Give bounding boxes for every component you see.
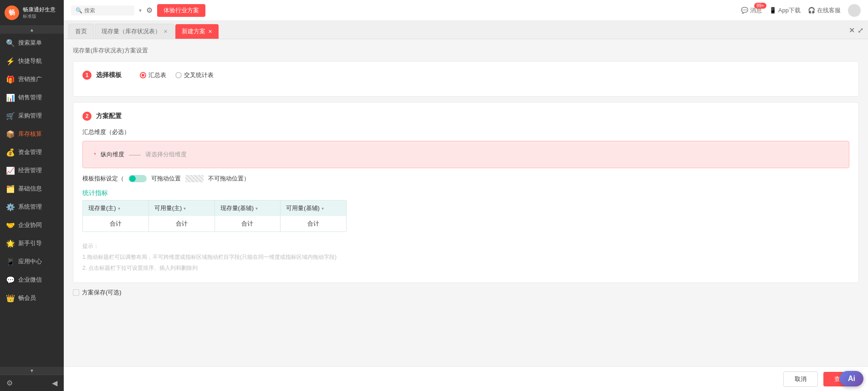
app-download-label: App下载 (778, 6, 801, 15)
sidebar-item-cooperation[interactable]: 🤝 企业协同 (0, 216, 64, 234)
sidebar-scroll-down[interactable]: ▼ (0, 367, 64, 375)
stats-col-header-0[interactable]: 现存量(主) ▾ (83, 201, 149, 216)
main-area: 🔍 ▾ ⚙ 体验行业方案 💬 消息 99+ 📱 App下载 🎧 在线客服 (64, 0, 868, 391)
basic-info-icon: 🗂️ (6, 185, 15, 193)
ai-fab-button[interactable]: Ai (840, 371, 863, 386)
tab-home-label: 首页 (75, 27, 87, 36)
sidebar-item-wechat[interactable]: 💬 企业微信 (0, 271, 64, 289)
tabbar: 首页 现存量（库存状况表） ✕ 新建方案 ✕ ✕ ⤢ (64, 21, 868, 39)
message-badge: 99+ (754, 3, 766, 9)
page-title: 现存量(库存状况表)方案设置 (73, 46, 859, 55)
headset-icon: 🎧 (808, 7, 815, 14)
cancel-button[interactable]: 取消 (783, 371, 818, 387)
sidebar-item-label: 采购管理 (18, 112, 42, 120)
inventory-icon: 📦 (6, 130, 15, 138)
col-1-chevron-icon: ▾ (184, 206, 186, 211)
draggable-indicator[interactable] (128, 175, 147, 182)
tab-new-close-icon[interactable]: ✕ (208, 29, 212, 35)
stats-col-header-2[interactable]: 现存量(基辅) ▾ (215, 201, 281, 216)
radio-cross-label: 交叉统计表 (184, 71, 214, 79)
sidebar-item-search-menu[interactable]: 🔍 搜索菜单 (0, 34, 64, 52)
stats-col-header-3[interactable]: 可用量(基辅) ▾ (281, 201, 346, 216)
save-checkbox[interactable] (73, 289, 79, 296)
search-menu-icon: 🔍 (6, 39, 15, 47)
search-input[interactable] (84, 7, 130, 14)
sidebar-item-newbie[interactable]: 🌟 新手引导 (0, 234, 64, 252)
indicator-knob (129, 175, 136, 182)
sidebar-item-finance[interactable]: 💰 资金管理 (0, 143, 64, 161)
sidebar-item-label: 库存核算 (18, 130, 42, 138)
newbie-icon: 🌟 (6, 239, 15, 247)
sidebar-item-basic-info[interactable]: 🗂️ 基础信息 (0, 180, 64, 198)
sidebar-item-member[interactable]: 👑 畅会员 (0, 289, 64, 307)
business-icon: 📈 (6, 166, 15, 175)
radio-summary[interactable]: 汇总表 (140, 71, 166, 79)
tab-inventory-close-icon[interactable]: ✕ (163, 29, 168, 35)
sidebar: 畅 畅康通好生意 标准版 ▲ 🔍 搜索菜单 ⚡ 快捷导航 🎁 营销推广 📊 销售… (0, 0, 64, 391)
draggable-label: 可拖动位置 (151, 175, 181, 183)
collapse-icon[interactable]: ◀ (52, 379, 57, 387)
stats-table-body: 合计 合计 合计 合计 (83, 216, 346, 232)
sidebar-logo: 畅 畅康通好生意 标准版 (0, 0, 64, 26)
avatar[interactable] (848, 4, 861, 17)
save-row: 方案保存(可选) (73, 288, 859, 297)
stats-col-cell-0: 合计 (83, 216, 149, 232)
sidebar-items: 🔍 搜索菜单 ⚡ 快捷导航 🎁 营销推广 📊 销售管理 🛒 采购管理 📦 库存核… (0, 34, 64, 367)
sidebar-item-quick-nav[interactable]: ⚡ 快捷导航 (0, 52, 64, 70)
sidebar-item-app-center[interactable]: 📱 应用中心 (0, 252, 64, 271)
step2-title: 方案配置 (96, 112, 122, 120)
sidebar-item-sales[interactable]: 📊 销售管理 (0, 88, 64, 107)
step1-header: 1 选择模板 汇总表 交叉统计表 (82, 71, 849, 80)
sidebar-item-label: 经营管理 (18, 166, 42, 175)
save-label: 方案保存(可选) (82, 288, 122, 297)
app-download-icon: 📱 (769, 7, 776, 14)
sidebar-item-label: 销售管理 (18, 93, 42, 102)
sidebar-item-label: 营销推广 (18, 75, 42, 83)
stats-table: 现存量(主) ▾ 可用量(主) ▾ 现存量(基辅) ▾ 可用量(基辅) ▾ (82, 200, 347, 232)
step2-header: 2 方案配置 (82, 112, 849, 121)
sidebar-item-label: 新手引导 (18, 239, 42, 247)
tab-inventory-label: 现存量（库存状况表） (102, 27, 161, 36)
step1-number: 1 (82, 71, 92, 80)
sidebar-item-inventory[interactable]: 📦 库存核算 (0, 125, 64, 143)
stats-table-header: 现存量(主) ▾ 可用量(主) ▾ 现存量(基辅) ▾ 可用量(基辅) ▾ (83, 201, 346, 216)
marketing-icon: 🎁 (6, 75, 15, 83)
customer-service-label: 在线客服 (817, 6, 841, 15)
stats-col-header-1[interactable]: 可用量(主) ▾ (149, 201, 215, 216)
radio-cross[interactable]: 交叉统计表 (175, 71, 214, 79)
tab-close-button[interactable]: ✕ (849, 26, 855, 34)
sidebar-item-marketing[interactable]: 🎁 营销推广 (0, 70, 64, 88)
tab-inventory-status[interactable]: 现存量（库存状况表） ✕ (95, 24, 174, 39)
sidebar-item-system[interactable]: ⚙️ 系统管理 (0, 198, 64, 216)
col-2-chevron-icon: ▾ (255, 206, 258, 211)
sidebar-item-purchase[interactable]: 🛒 采购管理 (0, 107, 64, 125)
search-chevron-icon[interactable]: ▾ (139, 7, 142, 14)
sidebar-scroll-up[interactable]: ▲ (0, 26, 64, 34)
dimension-box[interactable]: * 纵向维度 —— 请选择分组维度 (82, 141, 849, 168)
sidebar-item-label: 企业微信 (18, 276, 42, 284)
topbar-settings-icon[interactable]: ⚙ (146, 6, 153, 15)
non-draggable-indicator (185, 175, 204, 182)
sidebar-item-label: 搜索菜单 (18, 39, 42, 47)
member-icon: 👑 (6, 294, 15, 302)
customer-service-button[interactable]: 🎧 在线客服 (808, 6, 841, 15)
stats-section-label: 统计指标 (82, 189, 849, 197)
app-download-button[interactable]: 📱 App下载 (769, 6, 801, 15)
stats-col-cell-3: 合计 (281, 216, 346, 232)
trial-button[interactable]: 体验行业方案 (157, 4, 205, 17)
stats-col-cell-1: 合计 (149, 216, 215, 232)
app-name: 畅康通好生意 (23, 6, 56, 14)
tab-new-scheme[interactable]: 新建方案 ✕ (175, 24, 219, 39)
stats-col-0-label: 现存量(主) (88, 204, 116, 212)
tab-expand-button[interactable]: ⤢ (858, 26, 863, 34)
settings-icon[interactable]: ⚙ (6, 379, 13, 387)
dimension-required-mark: * (94, 151, 96, 158)
quick-nav-icon: ⚡ (6, 57, 15, 65)
col-3-chevron-icon: ▾ (322, 206, 324, 211)
tips-section: 提示： 1.拖动标题栏可以调整布局，不可跨维度或指标区域拖动栏目字段(只能在同一… (82, 241, 849, 273)
tab-home[interactable]: 首页 (68, 24, 94, 39)
sidebar-item-label: 畅会员 (18, 294, 36, 302)
system-icon: ⚙️ (6, 203, 15, 211)
sidebar-item-business[interactable]: 📈 经营管理 (0, 161, 64, 180)
message-button[interactable]: 💬 消息 99+ (741, 6, 762, 15)
